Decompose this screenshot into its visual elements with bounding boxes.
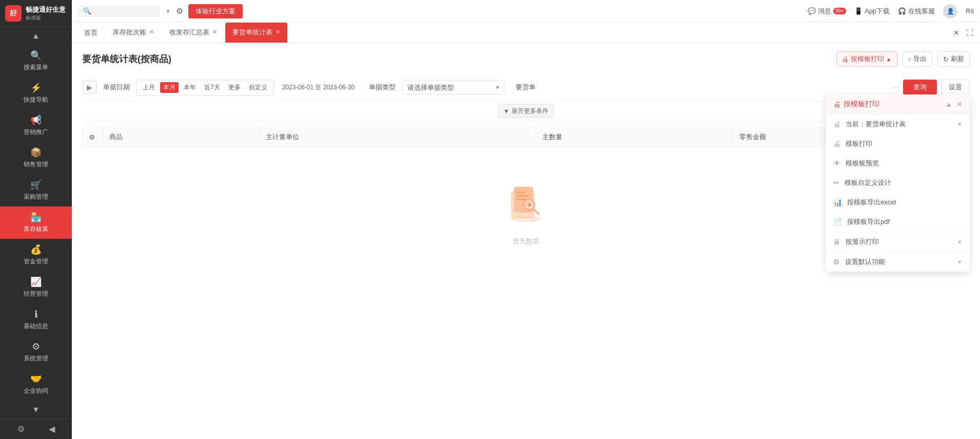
settings-sm-btn[interactable]: 设置 (941, 79, 970, 96)
tabbar: 首页 库存批次账 ✕ 收发存汇总表 ✕ 要货单统计表 ✕ ✕ ⛶ (72, 23, 980, 43)
nav-icon-7: 📈 (30, 276, 42, 288)
window-maximize-btn[interactable]: ⛶ (965, 28, 975, 38)
sidebar-item-11[interactable]: 🚀 新手引导 (0, 400, 72, 401)
more-options-icon[interactable]: ··· (891, 82, 899, 93)
message-badge: 99+ (833, 8, 846, 14)
print-icon: 🖨 (842, 55, 849, 63)
print-arrow-icon: ▲ (886, 56, 892, 62)
dropdown-close-icon[interactable]: ✕ (956, 100, 963, 108)
nav-label-3: 销售管理 (24, 160, 48, 169)
default-settings-icon: ⚙ (833, 258, 840, 266)
app-download-label: App下载 (865, 7, 890, 16)
nav-label-5: 库存核算 (24, 225, 48, 234)
date-7days[interactable]: 近7天 (201, 82, 223, 93)
topbar-settings-icon[interactable]: ⚙ (176, 6, 183, 16)
nav-label-7: 经营管理 (24, 290, 48, 298)
nav-icon-10: 🤝 (30, 373, 42, 385)
filter-expand-icon[interactable]: ▶ (82, 81, 97, 94)
export-btn[interactable]: ↑ 导出 (903, 51, 933, 67)
nav-label-0: 搜索菜单 (24, 63, 48, 72)
col-gear[interactable]: ⚙ (83, 127, 103, 147)
dropdown-item-design[interactable]: ✏ 模板自定义设计 (826, 173, 970, 193)
sidebar-logo: 好 畅捷通好生意 标准版 (0, 0, 72, 27)
dropdown-print-icon: 🖨 (833, 100, 840, 108)
message-label: 消息 (818, 7, 831, 16)
logo-text-group: 畅捷通好生意 标准版 (26, 5, 66, 22)
sidebar-item-2[interactable]: 📢 营销推广 (0, 109, 72, 142)
collapse-sidebar-icon[interactable]: ◀ (49, 424, 55, 434)
nav-label-6: 资金管理 (24, 257, 48, 266)
online-service-btn[interactable]: 🎧 在线客服 (898, 7, 935, 16)
sidebar-item-7[interactable]: 📈 经营管理 (0, 271, 72, 303)
template-print-icon: 🖨 (833, 140, 840, 148)
export-icon: ↑ (908, 55, 912, 63)
date-current-month[interactable]: 本月 (160, 82, 179, 93)
display-print-icon: 🖥 (833, 238, 840, 246)
tab-close-inventory-batch[interactable]: ✕ (149, 29, 154, 35)
dropdown-section-display-print[interactable]: 🖥 按显示打印 ▼ (826, 232, 970, 252)
topbar-dropdown[interactable]: ▼ (165, 8, 171, 14)
date-prev-month[interactable]: 上月 (140, 82, 158, 93)
headset-icon: 🎧 (898, 7, 906, 15)
dropdown-arrow-up[interactable]: ▲ (945, 100, 952, 108)
username[interactable]: Rit (966, 7, 974, 15)
trial-button[interactable]: 体验行业方案 (188, 4, 243, 18)
sidebar-item-4[interactable]: 🛒 采购管理 (0, 174, 72, 206)
tab-summary[interactable]: 收发存汇总表 ✕ (162, 23, 224, 43)
date-filter-group: 上月 本月 本年 近7天 更多 自定义 (136, 80, 274, 96)
refresh-btn[interactable]: ↻ 刷新 (937, 51, 970, 67)
app-download-btn[interactable]: 📱 App下载 (854, 7, 890, 16)
date-more[interactable]: 更多 (225, 82, 244, 93)
avatar[interactable]: 👤 (943, 4, 957, 18)
sidebar-item-10[interactable]: 🤝 企业协同 (0, 368, 72, 400)
nav-icon-0: 🔍 (30, 50, 42, 61)
svg-rect-5 (517, 199, 527, 200)
message-btn[interactable]: 💬 消息 99+ (808, 7, 846, 16)
online-service-label: 在线客服 (908, 7, 935, 16)
tab-close-summary[interactable]: ✕ (212, 29, 217, 35)
nav-icon-9: ⚙ (32, 341, 40, 352)
dropdown-item-preview[interactable]: 👁 模板板预览 (826, 154, 970, 173)
sidebar-item-5[interactable]: 🏪 库存核算 (0, 206, 72, 239)
scroll-down-btn[interactable]: ▼ (30, 403, 42, 416)
empty-icon (500, 178, 552, 230)
page-actions: 🖨 按模板打印 ▲ ↑ 导出 ↻ 刷新 (836, 51, 970, 67)
tab-close-requisition[interactable]: ✕ (276, 29, 280, 35)
query-actions: ··· 查询 设置 (891, 79, 970, 96)
sidebar-item-9[interactable]: ⚙ 系统管理 (0, 336, 72, 368)
expand-more-icon: ▼ (503, 108, 509, 115)
sidebar-item-6[interactable]: 💰 资金管理 (0, 239, 72, 271)
sidebar-item-8[interactable]: ℹ 基础信息 (0, 303, 72, 336)
logo-icon: 好 (5, 5, 22, 22)
app-badge: 标准版 (26, 14, 66, 22)
app-download-icon: 📱 (854, 7, 863, 15)
page-header: 要货单统计表(按商品) 🖨 按模板打印 ▲ ↑ 导出 ↻ 刷新 (82, 51, 970, 67)
dropdown-arrow-icon: ▼ (165, 8, 171, 14)
dropdown-item-export-pdf[interactable]: 📄 按模板导出pdf (826, 212, 970, 232)
nav-icon-8: ℹ (34, 309, 38, 320)
nav-icon-6: 💰 (30, 244, 42, 255)
window-close-btn[interactable]: ✕ (951, 28, 962, 38)
svg-rect-4 (517, 195, 530, 197)
tab-requisition[interactable]: 要货单统计表 ✕ (225, 23, 287, 43)
date-custom[interactable]: 自定义 (246, 82, 270, 93)
sidebar-item-1[interactable]: ⚡ 快捷导航 (0, 77, 72, 109)
type-select[interactable]: 请选择单据类型 (402, 81, 504, 94)
sidebar-item-0[interactable]: 🔍 搜索菜单 (0, 45, 72, 77)
settings-bottom-icon[interactable]: ⚙ (17, 424, 25, 434)
tab-home[interactable]: 首页 (77, 23, 105, 43)
dropdown-section-default-settings[interactable]: ⚙ 设置默认功能 ▼ (826, 252, 970, 272)
tab-inventory-batch[interactable]: 库存批次账 ✕ (106, 23, 161, 43)
dropdown-item-export-excel[interactable]: 📊 按模板导出excel (826, 193, 970, 212)
date-current-year[interactable]: 本年 (181, 82, 199, 93)
query-btn[interactable]: 查询 (903, 80, 937, 95)
current-indicator-icon: 🖨 (833, 120, 840, 128)
dropdown-item-print[interactable]: 🖨 模板打印 (826, 134, 970, 154)
sidebar-item-3[interactable]: 📦 销售管理 (0, 142, 72, 174)
scroll-up-btn[interactable]: ▲ (30, 29, 42, 43)
nav-label-1: 快捷导航 (24, 96, 48, 104)
expand-more-btn[interactable]: ▼ 展开更多条件 (498, 104, 554, 118)
print-template-btn[interactable]: 🖨 按模板打印 ▲ (836, 51, 897, 67)
topbar-search[interactable]: 🔍 (78, 5, 160, 17)
dropdown-current-item[interactable]: 🖨 当前：要货单统计表 ▼ (826, 114, 970, 134)
